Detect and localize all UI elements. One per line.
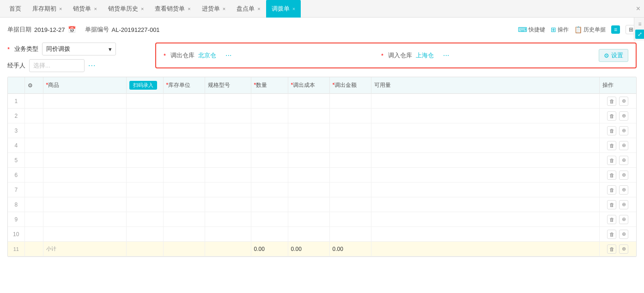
row-spec-cell[interactable] [205,123,251,138]
copy-icon[interactable]: ⊕ [619,244,628,254]
row-product-cell[interactable] [43,153,126,168]
handler-select[interactable]: 选择... [29,59,85,72]
copy-icon[interactable]: ⊕ [619,156,628,165]
delete-icon[interactable]: 🗑 [607,185,616,195]
delete-icon[interactable]: 🗑 [607,111,616,121]
row-unit-cell[interactable] [163,227,205,242]
tab-inventory-count[interactable]: 盘点单× [231,0,266,18]
row-amount-cell[interactable] [329,153,371,168]
copy-icon[interactable]: ⊕ [619,126,628,135]
row-unit-cell[interactable] [163,168,205,183]
copy-icon[interactable]: ⊕ [619,171,628,180]
row-amount-cell[interactable] [329,123,371,138]
delete-icon[interactable]: 🗑 [607,230,616,239]
row-product-cell[interactable] [43,109,126,123]
delete-icon[interactable]: 🗑 [607,141,616,150]
row-unit-cell[interactable] [163,94,205,109]
row-amount-cell[interactable] [329,197,371,212]
layout1-button[interactable]: ≡ [611,25,620,34]
row-product-cell[interactable] [43,197,126,212]
row-amount-cell[interactable] [329,212,371,227]
row-qty-cell[interactable] [251,153,288,168]
row-product-cell[interactable] [43,183,126,197]
row-gear-cell[interactable] [24,168,43,183]
row-spec-cell[interactable] [205,197,251,212]
row-spec-cell[interactable] [205,212,251,227]
row-cost-cell[interactable] [288,109,329,123]
row-cost-cell[interactable] [288,153,329,168]
tab-close-inventory-count[interactable]: × [257,6,260,12]
tab-inventory-init[interactable]: 库存期初× [27,0,67,18]
delete-icon[interactable]: 🗑 [607,171,616,180]
row-unit-cell[interactable] [163,183,205,197]
row-spec-cell[interactable] [205,168,251,183]
row-spec-cell[interactable] [205,94,251,109]
delete-icon[interactable]: 🗑 [607,244,616,254]
row-qty-cell[interactable] [251,197,288,212]
row-cost-cell[interactable] [288,197,329,212]
warehouse-out-more-button[interactable]: ··· [225,51,231,60]
row-amount-cell[interactable] [329,138,371,153]
row-cost-cell[interactable] [288,138,329,153]
row-gear-cell[interactable] [24,227,43,242]
warehouse-in-value[interactable]: 上海仓 [416,51,434,60]
row-product-cell[interactable] [43,227,126,242]
row-gear-cell[interactable] [24,123,43,138]
operation-button[interactable]: ⊞ 操作 [551,26,569,34]
row-unit-cell[interactable] [163,123,205,138]
doc-date-value[interactable]: 2019-12-27 [34,26,65,33]
row-unit-cell[interactable] [163,109,205,123]
row-cost-cell[interactable] [288,123,329,138]
row-gear-cell[interactable] [24,153,43,168]
row-product-cell[interactable] [43,138,126,153]
row-cost-cell[interactable] [288,183,329,197]
copy-icon[interactable]: ⊕ [619,185,628,195]
row-gear-cell[interactable] [24,183,43,197]
th-gear[interactable]: ⚙ [24,77,43,94]
copy-icon[interactable]: ⊕ [619,230,628,239]
row-cost-cell[interactable] [288,94,329,109]
row-amount-cell[interactable] [329,183,371,197]
delete-icon[interactable]: 🗑 [607,97,616,106]
row-spec-cell[interactable] [205,109,251,123]
row-product-cell[interactable] [43,123,126,138]
delete-icon[interactable]: 🗑 [607,156,616,165]
copy-icon[interactable]: ⊕ [619,111,628,121]
row-gear-cell[interactable] [24,212,43,227]
row-gear-cell[interactable] [24,138,43,153]
biz-type-select[interactable]: 同价调拨 ▾ [42,43,116,55]
copy-icon[interactable]: ⊕ [619,97,628,106]
row-amount-cell[interactable] [329,227,371,242]
tab-purchase-order[interactable]: 进货单× [196,0,231,18]
settings-button[interactable]: ⚙ 设置 [599,49,628,62]
row-qty-cell[interactable] [251,94,288,109]
row-gear-cell[interactable] [24,94,43,109]
row-product-cell[interactable] [43,212,126,227]
row-qty-cell[interactable] [251,123,288,138]
row-amount-cell[interactable] [329,109,371,123]
row-amount-cell[interactable] [329,168,371,183]
row-gear-cell[interactable] [24,109,43,123]
copy-icon[interactable]: ⊕ [619,141,628,150]
row-unit-cell[interactable] [163,153,205,168]
close-all-button[interactable]: × [636,5,640,13]
handler-more-button[interactable]: ··· [88,61,96,70]
calendar-icon[interactable]: 📅 [68,26,76,33]
warehouse-in-more-button[interactable]: ··· [443,51,449,60]
copy-icon[interactable]: ⊕ [619,215,628,224]
row-qty-cell[interactable] [251,227,288,242]
row-cost-cell[interactable] [288,168,329,183]
row-unit-cell[interactable] [163,212,205,227]
tab-close-sales-order[interactable]: × [94,6,97,12]
tab-transfer-order[interactable]: 调拨单× [266,0,301,18]
tab-sales-order[interactable]: 销货单× [67,0,102,18]
row-qty-cell[interactable] [251,109,288,123]
row-spec-cell[interactable] [205,138,251,153]
delete-icon[interactable]: 🗑 [607,200,616,209]
scan-button[interactable]: 扫码录入 [129,81,157,90]
delete-icon[interactable]: 🗑 [607,126,616,135]
row-amount-cell[interactable] [329,94,371,109]
sidebar-list-icon[interactable]: ≡ [635,19,644,29]
row-spec-cell[interactable] [205,227,251,242]
row-product-cell[interactable] [43,168,126,183]
